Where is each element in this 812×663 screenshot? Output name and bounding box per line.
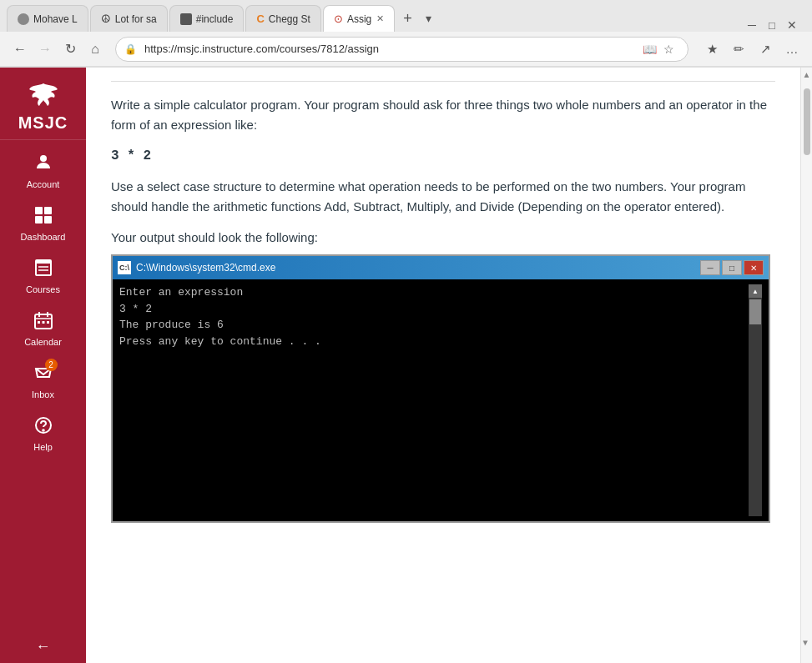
- address-text: https://msjc.instructure.com/courses/781…: [144, 43, 379, 55]
- svg-point-18: [43, 429, 44, 431]
- help-icon: [34, 416, 53, 439]
- cmd-line-3: The produce is 6: [119, 317, 749, 334]
- lock-icon: 🔒: [124, 43, 137, 55]
- right-scrollbar[interactable]: ▲ ▼: [800, 68, 812, 663]
- cmd-line-2: 3 * 2: [119, 301, 749, 318]
- sidebar-collapse-button[interactable]: ←: [0, 630, 86, 663]
- sidebar-item-account[interactable]: Account: [0, 143, 86, 198]
- settings-icon[interactable]: …: [780, 38, 804, 61]
- tab-chegg[interactable]: C Chegg St: [245, 5, 320, 32]
- cmd-line-1: Enter an expression: [119, 284, 749, 301]
- inbox-badge: 2: [45, 359, 58, 371]
- courses-icon: [34, 259, 53, 282]
- close-window-button[interactable]: ✕: [785, 18, 799, 32]
- assignment-description1: Write a simple calculator program. Your …: [111, 95, 775, 135]
- cmd-close-button[interactable]: ✕: [744, 260, 764, 275]
- sidebar-item-courses[interactable]: Courses: [0, 250, 86, 303]
- sidebar-bottom: ←: [0, 630, 86, 663]
- tab-lot[interactable]: ☮ Lot for sa: [90, 5, 168, 32]
- cmd-line-4: Press any key to continue . . .: [119, 334, 749, 350]
- svg-rect-3: [44, 207, 52, 214]
- bookmark-icon[interactable]: ☆: [662, 41, 676, 58]
- code-example: 3 * 2: [111, 148, 775, 163]
- top-divider: [111, 81, 775, 82]
- new-tab-button[interactable]: +: [396, 5, 419, 32]
- calendar-label: Calendar: [24, 337, 62, 347]
- cmd-scroll-thumb[interactable]: [749, 299, 761, 324]
- nav-bar: ← → ↻ ⌂ 🔒 https://msjc.instructure.com/c…: [0, 32, 812, 67]
- scroll-track: [801, 82, 812, 663]
- school-name: MSJC: [18, 114, 68, 131]
- cmd-controls: ─ □ ✕: [700, 260, 764, 275]
- main-layout: MSJC Account Dashboard: [0, 68, 812, 663]
- cmd-title-text: C:\Windows\system32\cmd.exe: [136, 262, 700, 274]
- msjc-eagle-icon: [23, 79, 64, 113]
- assignment-description2: Use a select case structure to determine…: [111, 177, 775, 217]
- tab-label-assignment: Assig: [347, 13, 371, 25]
- scroll-up-arrow[interactable]: ▲: [803, 68, 811, 82]
- tab-list-dropdown[interactable]: ▾: [419, 5, 438, 32]
- scroll-down-arrow[interactable]: ▼: [801, 635, 809, 650]
- svg-rect-14: [38, 321, 40, 324]
- cmd-text-area: Enter an expression 3 * 2 The produce is…: [119, 284, 749, 516]
- favorites-icon[interactable]: ★: [700, 38, 724, 61]
- tab-icon-assignment: ⊙: [334, 13, 343, 25]
- svg-rect-4: [35, 216, 43, 224]
- tab-icon-chegg: C: [256, 13, 264, 25]
- sidebar-logo: MSJC: [0, 68, 86, 140]
- content-area: Write a simple calculator program. Your …: [86, 68, 812, 663]
- help-label: Help: [33, 442, 53, 452]
- sidebar-item-inbox[interactable]: 2 Inbox: [0, 355, 86, 408]
- tab-assignment[interactable]: ⊙ Assig ✕: [323, 5, 395, 32]
- address-icons: 📖 ☆: [641, 41, 676, 58]
- cmd-titlebar: C:\ C:\Windows\system32\cmd.exe ─ □ ✕: [113, 256, 769, 279]
- cmd-scroll-up[interactable]: ▲: [749, 284, 762, 298]
- tab-include[interactable]: #include: [169, 5, 245, 32]
- reader-mode-icon[interactable]: 📖: [641, 41, 658, 58]
- tab-label-mohave: Mohave L: [33, 13, 78, 25]
- cmd-maximize-button[interactable]: □: [722, 260, 742, 275]
- svg-rect-7: [36, 260, 51, 264]
- tab-icon-lot: ☮: [101, 13, 111, 25]
- account-icon: [33, 152, 53, 177]
- svg-point-1: [40, 155, 47, 162]
- sidebar: MSJC Account Dashboard: [0, 68, 86, 663]
- maximize-button[interactable]: □: [765, 18, 779, 32]
- cmd-minimize-button[interactable]: ─: [700, 260, 720, 275]
- share-icon[interactable]: ↗: [754, 38, 777, 61]
- output-label: Your output should look the following:: [111, 230, 775, 244]
- inbox-label: Inbox: [32, 389, 54, 399]
- cmd-window: C:\ C:\Windows\system32\cmd.exe ─ □ ✕ En…: [111, 254, 770, 523]
- reload-button[interactable]: ↻: [58, 38, 82, 61]
- collapse-icon: ←: [36, 638, 51, 655]
- svg-point-0: [38, 93, 48, 99]
- back-button[interactable]: ←: [8, 38, 32, 61]
- cmd-body: Enter an expression 3 * 2 The produce is…: [113, 279, 769, 521]
- sidebar-item-dashboard[interactable]: Dashboard: [0, 198, 86, 250]
- tab-label-chegg: Chegg St: [269, 13, 310, 25]
- sidebar-item-calendar[interactable]: Calendar: [0, 303, 86, 355]
- svg-rect-2: [35, 207, 43, 214]
- tab-icon-include: [180, 13, 192, 25]
- svg-rect-15: [42, 321, 44, 324]
- tab-label-include: #include: [196, 13, 234, 25]
- tab-label-lot: Lot for sa: [115, 13, 157, 25]
- dashboard-label: Dashboard: [21, 232, 66, 242]
- tab-icon-mohave: [18, 13, 29, 25]
- forward-button[interactable]: →: [33, 38, 57, 61]
- dashboard-icon: [34, 206, 53, 229]
- home-button[interactable]: ⌂: [83, 38, 107, 61]
- scroll-thumb[interactable]: [804, 88, 810, 155]
- minimize-button[interactable]: ─: [745, 18, 759, 32]
- sidebar-item-help[interactable]: Help: [0, 408, 86, 460]
- page-content: Write a simple calculator program. Your …: [86, 68, 800, 663]
- cmd-title-icon: C:\: [118, 261, 131, 274]
- pen-icon[interactable]: ✏: [727, 38, 750, 61]
- tab-close-assignment[interactable]: ✕: [376, 13, 384, 24]
- tab-mohave[interactable]: Mohave L: [7, 5, 88, 32]
- browser-chrome: Mohave L ☮ Lot for sa #include C Chegg S…: [0, 0, 812, 68]
- address-bar[interactable]: 🔒 https://msjc.instructure.com/courses/7…: [115, 37, 688, 62]
- inbox-icon: 2: [34, 364, 53, 387]
- svg-rect-5: [44, 216, 52, 224]
- cmd-scrollbar[interactable]: ▲: [749, 284, 762, 516]
